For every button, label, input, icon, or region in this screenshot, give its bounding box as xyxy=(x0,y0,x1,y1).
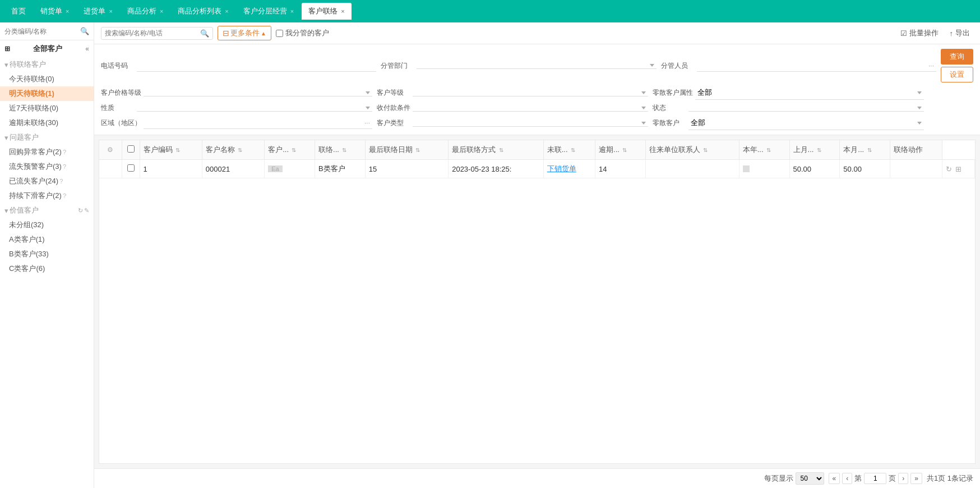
sort-icon[interactable]: ⇅ xyxy=(622,147,627,153)
sort-icon[interactable]: ⇅ xyxy=(292,147,296,153)
table-cell-last-contact-method: 下销货单 xyxy=(543,160,595,178)
collapse-icon: « xyxy=(85,45,89,53)
table-col-name: 客户名称 ⇅ xyxy=(202,140,264,160)
page-unit: 页 xyxy=(889,473,896,484)
filter-row-3: 性质 收付款条件 状态 xyxy=(101,103,973,113)
export-icon: ↑ xyxy=(950,29,954,38)
table-cell-contact-count: 15 xyxy=(365,160,448,178)
sort-icon[interactable]: ⇅ xyxy=(817,147,821,153)
sidebar-item-c-class[interactable]: C类客户(6) xyxy=(0,261,94,276)
toolbar-search-container: 🔍 xyxy=(101,27,213,40)
last-contact-method-link[interactable]: 下销货单 xyxy=(547,164,576,173)
batch-operation-btn[interactable]: ☑ 批量操作 xyxy=(897,26,942,40)
filter-dept-select[interactable] xyxy=(417,62,656,69)
nav-customer-tier[interactable]: 客户分层经营 × xyxy=(237,3,301,20)
nav-customer-contact[interactable]: 客户联络 × xyxy=(302,3,351,20)
filter-payment-terms-select[interactable] xyxy=(413,105,648,112)
filter-action-buttons: 查询 设置 xyxy=(941,49,973,82)
nav-close-icon[interactable]: × xyxy=(341,8,344,15)
sidebar-item-churned[interactable]: 已流失客户(24) ? xyxy=(0,174,94,188)
filter-region-select[interactable]: ··· xyxy=(144,117,372,129)
sidebar-item-b-class[interactable]: B类客户(33) xyxy=(0,247,94,261)
nav-product-analysis[interactable]: 商品分析 × xyxy=(121,3,170,20)
nav-purchase-order[interactable]: 进货单 × xyxy=(77,3,119,20)
sidebar-item-tomorrow-pending[interactable]: 明天待联络(1) xyxy=(0,86,94,101)
filter-nature-select[interactable] xyxy=(137,105,372,112)
nav-close-icon[interactable]: × xyxy=(160,8,163,15)
prev-page-btn[interactable]: ‹ xyxy=(842,473,852,484)
search-icon[interactable]: 🔍 xyxy=(80,27,89,35)
chevron-up-icon: ▲ xyxy=(261,30,266,36)
sort-icon[interactable]: ⇅ xyxy=(766,147,771,153)
nav-close-icon[interactable]: × xyxy=(290,8,294,15)
sidebar-item-ungrouped[interactable]: 未分组(32) xyxy=(0,218,94,232)
filter-scatter-customer: 零散客户 全部 xyxy=(653,116,924,130)
sidebar-search-input[interactable] xyxy=(4,27,78,35)
sort-icon[interactable]: ⇅ xyxy=(571,147,575,153)
toolbar-search-input[interactable] xyxy=(105,29,198,37)
sidebar: 🔍 ⊞ 全部客户 « ▾ 待联络客户 今天待联络(0) 明天待联络(1) 近7天… xyxy=(0,22,94,488)
sort-icon[interactable]: ⇅ xyxy=(238,147,242,153)
page-size-select[interactable]: 50 100 200 xyxy=(796,472,824,485)
filter-scatter-customer-select[interactable]: 全部 xyxy=(688,116,924,130)
sidebar-section-problem[interactable]: ▾ 问题客户 xyxy=(0,130,94,145)
table-cell-actions: ↻ ⊞ xyxy=(942,160,974,178)
next-page-btn[interactable]: › xyxy=(898,473,908,484)
refresh-action-icon[interactable]: ↻ xyxy=(946,165,952,173)
sidebar-section-value[interactable]: ▾ 价值客户 ↻ ✎ xyxy=(0,203,94,218)
filter-scatter-attr-select[interactable]: 全部 xyxy=(695,86,924,100)
filter-phone-input[interactable] xyxy=(137,60,376,72)
table-col-settings[interactable]: ⚙ xyxy=(99,140,122,160)
sidebar-item-declining[interactable]: 持续下滑客户(2) ? xyxy=(0,188,94,203)
sidebar-section-pending[interactable]: ▾ 待联络客户 xyxy=(0,57,94,72)
chevron-down-icon: ▾ xyxy=(4,206,8,215)
table-cell-contact-person xyxy=(739,160,789,178)
table-col-checkbox[interactable] xyxy=(122,140,140,160)
nav-product-analysis-list[interactable]: 商品分析列表 × xyxy=(171,3,235,20)
nav-close-icon[interactable]: × xyxy=(109,8,112,15)
grid-action-icon[interactable]: ⊞ xyxy=(955,165,961,173)
sidebar-item-churn-warning[interactable]: 流失预警客户(3) ? xyxy=(0,159,94,174)
filter-scatter-attr-label: 零散客户属性 xyxy=(653,88,693,98)
sort-icon[interactable]: ⇅ xyxy=(342,147,346,153)
select-all-checkbox[interactable] xyxy=(127,145,135,153)
sort-icon[interactable]: ⇅ xyxy=(499,147,503,153)
export-btn[interactable]: ↑ 导出 xyxy=(946,26,974,40)
filter-panel: 电话号码 分管部门 分管人员 ··· 查询 xyxy=(94,44,980,135)
sidebar-item-today-pending[interactable]: 今天待联络(0) xyxy=(0,72,94,86)
filter-person-select[interactable]: ··· xyxy=(697,60,936,72)
first-page-btn[interactable]: « xyxy=(829,473,840,484)
search-icon[interactable]: 🔍 xyxy=(200,29,209,38)
settings-button[interactable]: 设置 xyxy=(941,67,973,82)
nav-sales-order[interactable]: 销货单 × xyxy=(34,3,76,20)
refresh-icon[interactable]: ↻ xyxy=(78,207,83,214)
more-conditions-btn[interactable]: ⊟ 更多条件 ▲ xyxy=(218,26,271,40)
sidebar-all-customers[interactable]: ⊞ 全部客户 « xyxy=(0,40,94,57)
sort-icon[interactable]: ⇅ xyxy=(867,147,872,153)
table-cell-checkbox[interactable] xyxy=(122,160,140,178)
last-page-btn[interactable]: » xyxy=(910,473,922,484)
edit-icon[interactable]: ✎ xyxy=(84,207,89,214)
sort-icon[interactable]: ⇅ xyxy=(415,147,420,153)
filter-customer-level-select[interactable] xyxy=(413,90,648,96)
sidebar-item-overdue-pending[interactable]: 逾期未联络(30) xyxy=(0,116,94,130)
sidebar-item-repurchase-abnormal[interactable]: 回购异常客户(2) ? xyxy=(0,145,94,159)
my-customers-check[interactable] xyxy=(276,30,283,37)
page-number-input[interactable] xyxy=(864,473,886,484)
page-size-container: 每页显示 50 100 200 xyxy=(764,472,824,485)
filter-status-select[interactable] xyxy=(688,105,924,112)
query-button[interactable]: 查询 xyxy=(941,49,973,65)
help-icon: ? xyxy=(63,192,66,199)
filter-price-level-select[interactable] xyxy=(144,90,372,96)
nav-close-icon[interactable]: × xyxy=(225,8,228,15)
sidebar-item-a-class[interactable]: A类客户(1) xyxy=(0,232,94,247)
my-customers-checkbox[interactable]: 我分管的客户 xyxy=(276,28,329,38)
nav-close-icon[interactable]: × xyxy=(66,8,69,15)
filter-customer-type-select[interactable] xyxy=(413,120,648,127)
row-checkbox[interactable] xyxy=(127,164,135,172)
nav-home[interactable]: 首页 xyxy=(4,3,33,20)
sort-icon[interactable]: ⇅ xyxy=(703,147,708,153)
sort-icon[interactable]: ⇅ xyxy=(175,147,180,153)
filter-nature: 性质 xyxy=(101,103,372,113)
sidebar-item-7days-pending[interactable]: 近7天待联络(0) xyxy=(0,101,94,116)
